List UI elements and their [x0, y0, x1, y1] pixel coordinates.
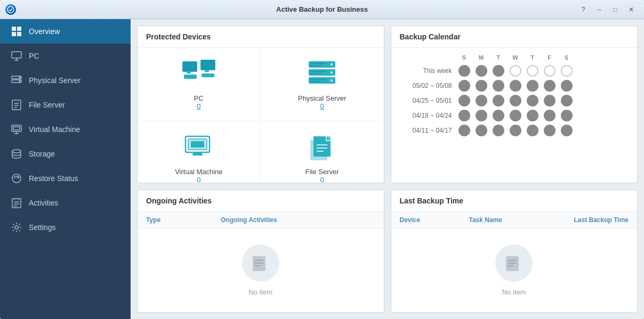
app-icon	[5, 4, 16, 15]
sidebar-item-overview[interactable]: Overview	[0, 19, 131, 44]
file-server-device-count[interactable]: 0	[320, 176, 324, 183]
sidebar-label-overview: Overview	[29, 27, 60, 36]
week-dots-0425	[458, 95, 573, 107]
window-title: Active Backup for Business	[276, 5, 368, 13]
week-label-0411: 04/11 ~ 04/17	[400, 127, 458, 134]
svg-rect-2	[17, 27, 21, 31]
calendar-row-thisweek: This week	[400, 65, 629, 77]
svg-rect-39	[310, 65, 321, 66]
sidebar-label-file-server: File Server	[29, 101, 65, 109]
storage-icon	[11, 148, 22, 160]
day-t2: T	[527, 54, 538, 61]
sidebar-label-physical-server: Physical Server	[29, 76, 80, 85]
svg-rect-38	[310, 63, 326, 64]
dot-0-1	[476, 65, 487, 77]
device-pc[interactable]: PC 0	[138, 48, 261, 121]
col-type-header: Type	[146, 216, 221, 224]
backup-calendar-panel: Backup Calendar S M T W T F S	[391, 26, 638, 183]
activities-icon	[11, 197, 22, 209]
title-bar-left	[5, 4, 16, 15]
sidebar-item-file-server[interactable]: File Server	[0, 93, 131, 117]
last-backup-time-panel: Last Backup Time Device Task Name Last B…	[391, 190, 638, 313]
svg-rect-32	[201, 60, 215, 70]
backup-no-item-container: No item	[391, 228, 638, 312]
calendar-row-0418: 04/18 ~ 04/24	[400, 110, 629, 121]
physical-server-icon	[11, 75, 22, 86]
pc-device-name: PC	[194, 94, 204, 102]
dot-0-4	[527, 65, 538, 77]
svg-rect-42	[310, 71, 326, 72]
svg-point-26	[15, 226, 18, 229]
sidebar-item-activities[interactable]: Activities	[0, 191, 131, 215]
svg-rect-36	[202, 73, 214, 77]
col-task-header: Task Name	[469, 216, 544, 224]
protected-devices-title: Protected Devices	[138, 26, 384, 48]
week-label-0425: 04/25 ~ 05/01	[400, 97, 458, 104]
dot-0-0	[458, 65, 470, 77]
sidebar-item-virtual-machine[interactable]: Virtual Machine	[0, 117, 131, 142]
week-label-0502: 05/02 ~ 05/08	[400, 82, 458, 89]
sidebar-label-settings: Settings	[29, 223, 56, 232]
day-w: W	[510, 54, 521, 61]
device-virtual-machine[interactable]: Virtual Machine 0	[138, 121, 261, 183]
sidebar-item-pc[interactable]: PC	[0, 44, 131, 68]
svg-point-20	[12, 150, 21, 153]
ongoing-no-item-icon	[242, 244, 279, 282]
week-label-thisweek: This week	[400, 67, 458, 75]
devices-grid: PC 0	[138, 48, 384, 183]
last-backup-time-title: Last Backup Time	[391, 190, 638, 212]
sidebar: Overview PC	[0, 19, 131, 319]
svg-rect-43	[310, 73, 321, 74]
minimize-button[interactable]: –	[592, 4, 607, 15]
dot-0-3	[510, 65, 521, 77]
pc-device-count[interactable]: 0	[197, 102, 200, 110]
sidebar-item-physical-server[interactable]: Physical Server	[0, 68, 131, 93]
activities-table-header: Type Ongoing Activities	[138, 212, 384, 228]
week-dots-0411	[458, 125, 573, 136]
content-area: Protected Devices	[131, 19, 644, 319]
pc-device-icon	[181, 59, 216, 90]
svg-rect-4	[17, 32, 21, 36]
virtual-machine-device-count[interactable]: 0	[197, 176, 200, 183]
file-server-device-icon	[306, 132, 338, 163]
calendar-row-0411: 04/11 ~ 04/17	[400, 125, 629, 136]
sidebar-item-restore-status[interactable]: Restore Status	[0, 166, 131, 191]
svg-rect-54	[192, 153, 203, 156]
week-dots-thisweek	[458, 65, 573, 77]
col-time-header: Last Backup Time	[543, 216, 629, 224]
help-button[interactable]: ?	[576, 4, 591, 15]
svg-point-48	[331, 79, 333, 82]
svg-rect-46	[310, 79, 326, 80]
physical-server-device-count[interactable]: 0	[320, 102, 324, 110]
sidebar-label-storage: Storage	[29, 150, 55, 158]
app-window: Active Backup for Business ? – □ ✕	[0, 0, 644, 319]
dot-0-2	[493, 65, 504, 77]
svg-rect-34	[205, 70, 209, 72]
maximize-button[interactable]: □	[608, 4, 623, 15]
virtual-machine-device-icon	[183, 132, 215, 163]
sidebar-item-settings[interactable]: Settings	[0, 215, 131, 240]
day-t1: T	[493, 54, 504, 61]
svg-point-0	[7, 6, 14, 13]
device-physical-server[interactable]: Physical Server 0	[261, 48, 384, 121]
day-f: F	[544, 54, 556, 61]
virtual-machine-icon	[11, 124, 22, 135]
svg-rect-5	[12, 52, 21, 58]
calendar-row-0502: 05/02 ~ 05/08	[400, 80, 629, 92]
svg-rect-52	[191, 141, 204, 148]
calendar-content: S M T W T F S This week	[391, 48, 638, 183]
file-server-device-name: File Server	[305, 168, 339, 176]
col-activities-header: Ongoing Activities	[221, 216, 375, 224]
calendar-day-headers: S M T W T F S	[400, 54, 629, 61]
dot-0-6	[561, 65, 573, 77]
day-s1: S	[458, 54, 470, 61]
physical-server-device-name: Physical Server	[298, 94, 346, 102]
svg-rect-28	[183, 62, 197, 71]
sidebar-item-storage[interactable]: Storage	[0, 142, 131, 166]
device-file-server[interactable]: File Server 0	[261, 121, 384, 183]
svg-rect-12	[12, 100, 21, 110]
backup-time-table: Device Task Name Last Backup Time	[391, 212, 638, 312]
svg-rect-47	[310, 81, 321, 82]
svg-point-21	[12, 174, 21, 183]
close-button[interactable]: ✕	[624, 4, 639, 15]
